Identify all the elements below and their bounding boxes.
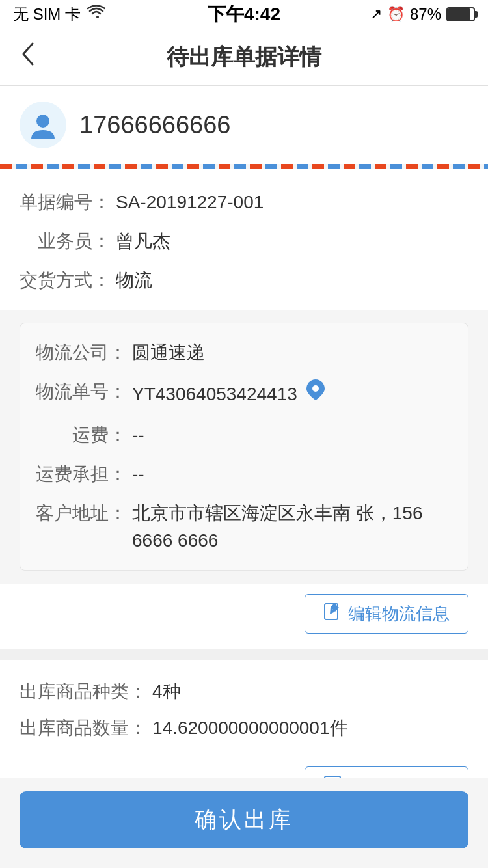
edit-logistics-button[interactable]: 编辑物流信息	[305, 594, 468, 634]
logistics-company-row: 物流公司： 圆通速递	[36, 339, 452, 366]
goods-types-label: 出库商品种类：	[20, 679, 147, 704]
logistics-card: 物流公司： 圆通速递 物流单号： YT43064053424413 运费： --…	[20, 323, 468, 571]
goods-quantity-row: 出库商品数量： 14.620000000000001件	[20, 716, 468, 740]
order-number-label: 单据编号：	[20, 189, 111, 216]
freight-bearer-value: --	[132, 461, 452, 488]
address-row: 客户地址： 北京市市辖区海淀区永丰南 张，156 6666 6666	[36, 500, 452, 554]
order-info-section: 单据编号： SA-20191227-001 业务员： 曾凡杰 交货方式： 物流	[0, 169, 488, 310]
status-left: 无 SIM 卡	[13, 4, 105, 25]
salesman-row: 业务员： 曾凡杰	[20, 228, 468, 255]
section-divider	[0, 649, 488, 660]
carrier-text: 无 SIM 卡	[13, 4, 81, 25]
status-bar: 无 SIM 卡 下午4:42 ↗ ⏰ 87%	[0, 0, 488, 29]
back-button[interactable]	[20, 41, 35, 73]
wifi-icon	[87, 5, 105, 23]
address-label: 客户地址：	[36, 500, 127, 527]
confirm-btn-wrap: 确认出库	[0, 778, 488, 868]
logistics-company-value: 圆通速递	[132, 339, 452, 366]
order-number-row: 单据编号： SA-20191227-001	[20, 189, 468, 216]
goods-types-value: 4种	[152, 679, 468, 704]
goods-quantity-label: 出库商品数量：	[20, 716, 147, 740]
freight-bearer-row: 运费承担： --	[36, 461, 452, 488]
order-number-value: SA-20191227-001	[116, 189, 468, 216]
alarm-icon: ⏰	[387, 6, 405, 23]
goods-section: 出库商品种类： 4种 出库商品数量： 14.620000000000001件	[0, 660, 488, 756]
svg-point-0	[36, 115, 49, 128]
page-title: 待出库单据详情	[167, 42, 321, 72]
goods-quantity-value: 14.620000000000001件	[152, 716, 468, 740]
status-right: ↗ ⏰ 87%	[370, 5, 475, 23]
nav-bar: 待出库单据详情	[0, 29, 488, 86]
delivery-row: 交货方式： 物流	[20, 267, 468, 294]
salesman-value: 曾凡杰	[116, 228, 468, 255]
freight-row: 运费： --	[36, 422, 452, 449]
dashed-divider	[0, 164, 488, 169]
confirm-outbound-button[interactable]: 确认出库	[20, 791, 468, 848]
location-status-icon: ↗	[370, 6, 382, 23]
tracking-row: 物流单号： YT43064053424413	[36, 378, 452, 410]
delivery-label: 交货方式：	[20, 267, 111, 294]
freight-value: --	[132, 422, 452, 449]
user-section: 17666666666	[0, 86, 488, 164]
main-content: 17666666666 单据编号： SA-20191227-001 业务员： 曾…	[0, 86, 488, 868]
avatar	[20, 102, 66, 148]
tracking-value-wrap: YT43064053424413	[132, 378, 452, 410]
battery-percent: 87%	[410, 5, 441, 23]
status-time: 下午4:42	[208, 2, 280, 27]
goods-types-row: 出库商品种类： 4种	[20, 679, 468, 704]
edit-logistics-label: 编辑物流信息	[348, 603, 450, 625]
tracking-label: 物流单号：	[36, 378, 127, 405]
svg-point-1	[312, 385, 319, 392]
freight-label: 运费：	[36, 422, 127, 449]
user-phone: 17666666666	[79, 111, 230, 139]
tracking-location-icon[interactable]	[305, 378, 326, 410]
address-value: 北京市市辖区海淀区永丰南 张，156 6666 6666	[132, 500, 452, 554]
tracking-number: YT43064053424413	[132, 381, 297, 408]
freight-bearer-label: 运费承担：	[36, 461, 127, 488]
battery-icon	[446, 7, 475, 21]
logistics-company-label: 物流公司：	[36, 339, 127, 366]
salesman-label: 业务员：	[20, 228, 111, 255]
delivery-value: 物流	[116, 267, 468, 294]
edit-icon	[323, 603, 342, 625]
edit-logistics-section: 编辑物流信息	[0, 584, 488, 649]
